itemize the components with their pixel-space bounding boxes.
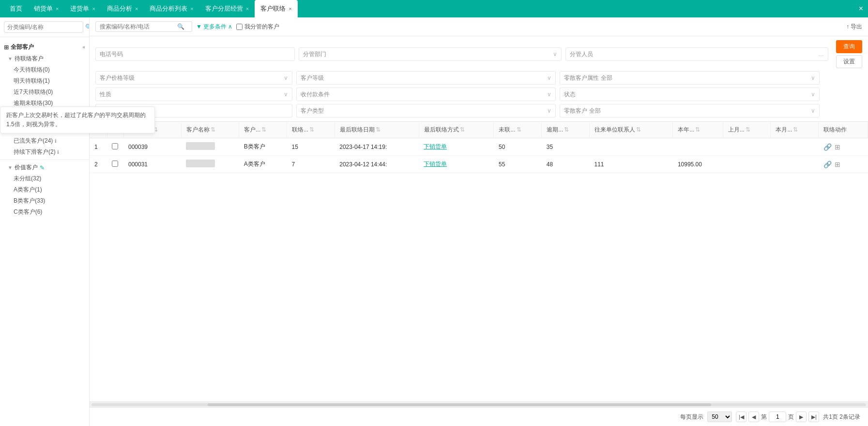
col-type[interactable]: 客户...⇅ [239, 122, 287, 138]
cell-checkbox[interactable] [107, 156, 123, 173]
chevron-down-icon4: ∨ [811, 74, 815, 81]
last-page-btn[interactable]: ▶| [808, 411, 819, 422]
edit-icon[interactable]: ✎ [40, 164, 45, 171]
close-customer-tier-icon[interactable]: × [246, 6, 249, 12]
chevron-down-icon5: ∨ [284, 91, 288, 98]
cell-last-method[interactable]: 下销货单 [419, 138, 494, 156]
my-customer-checkbox[interactable] [236, 24, 243, 30]
close-customer-contact-icon[interactable]: × [289, 6, 291, 12]
prev-page-btn[interactable]: ◀ [748, 411, 759, 422]
search-icon[interactable]: 🔍 [177, 23, 184, 30]
filter-row-1: 电话号码 分管部门 ∨ 分管人员 … 查询 设置 [95, 40, 862, 68]
collapse-icon[interactable]: « [82, 44, 85, 50]
sidebar-all-customers[interactable]: ⊞ 全部客户 « [0, 41, 89, 53]
filter-customer-type[interactable]: 客户类型 ∨ [296, 104, 556, 118]
settings-button[interactable]: 设置 [836, 55, 862, 68]
nav-product-analysis[interactable]: 商品分析 × [101, 0, 144, 17]
sidebar-search-icon[interactable]: 🔍 [85, 24, 90, 30]
action-link-icon[interactable]: 🔗 [823, 161, 832, 168]
query-button[interactable]: 查询 [836, 40, 862, 53]
sidebar-divider2 [0, 160, 89, 160]
nav-product-analysis-list[interactable]: 商品分析列表 × [144, 0, 199, 17]
first-page-btn[interactable]: |◀ [736, 411, 746, 422]
sort-contact-icon: ⇅ [309, 126, 314, 133]
tooltip: 距客户上次交易时长，超过了此客户的平均交易周期的1.5倍，则视为异常。 [0, 106, 155, 133]
filter-nature[interactable]: 性质 ∨ [95, 88, 292, 101]
filter-customer-level[interactable]: 客户等级 ∨ [296, 71, 556, 85]
next-page-btn[interactable]: ▶ [796, 411, 807, 422]
sidebar-item-today[interactable]: 今天待联络(0) [0, 64, 89, 75]
close-all-tabs-icon[interactable]: × [859, 4, 863, 13]
sidebar-value-customers[interactable]: ▼ 价值客户 ✎ [0, 162, 89, 173]
cell-index: 1 [90, 138, 107, 156]
horizontal-scrollbar[interactable] [90, 401, 868, 407]
sidebar-search-input[interactable] [4, 21, 83, 33]
col-last-month[interactable]: 上月...⇅ [723, 122, 771, 138]
filter-scattered-attr[interactable]: 零散客户属性 全部 ∨ [560, 71, 820, 85]
filter-phone[interactable]: 电话号码 [95, 47, 295, 61]
export-btn[interactable]: ↑ 导出 [846, 23, 862, 31]
action-grid-icon[interactable]: ⊞ [835, 161, 840, 168]
per-page-label: 每页显示 [680, 413, 703, 421]
col-this-year[interactable]: 本年...⇅ [673, 122, 723, 138]
nav-customer-contact[interactable]: 客户联络 × [255, 0, 297, 17]
row-checkbox[interactable] [112, 143, 118, 149]
filter-payment-terms[interactable]: 收付款条件 ∨ [296, 88, 556, 101]
filter-price-level[interactable]: 客户价格等级 ∨ [95, 71, 292, 85]
sidebar-item-b-class[interactable]: B类客户(33) [0, 195, 89, 206]
close-purchase-order-icon[interactable]: × [92, 6, 95, 12]
cell-last-month [723, 138, 771, 156]
filter-status[interactable]: 状态 ∨ [560, 88, 820, 101]
sidebar-item-churned[interactable]: 已流失客户(24) ℹ [0, 135, 89, 147]
cell-last-method[interactable]: 下销货单 [419, 156, 494, 173]
row-checkbox[interactable] [112, 161, 118, 167]
more-icon[interactable]: … [818, 51, 824, 58]
nav-customer-tier[interactable]: 客户分层经营 × [199, 0, 255, 17]
cell-contact-person [589, 138, 672, 156]
close-product-analysis-list-icon[interactable]: × [190, 6, 193, 12]
col-name[interactable]: 客户名称⇅ [181, 122, 239, 138]
filter-person[interactable]: 分管人员 … [565, 47, 828, 61]
action-link-icon[interactable]: 🔗 [823, 143, 832, 151]
cell-type: B类客户 [239, 138, 287, 156]
cell-this-month [771, 138, 819, 156]
more-filters-btn[interactable]: ▼ 更多条件 ∧ [196, 23, 232, 31]
col-last-method[interactable]: 最后联络方式⇅ [419, 122, 494, 138]
col-contact-count[interactable]: 联络...⇅ [287, 122, 335, 138]
sidebar-item-tomorrow[interactable]: 明天待联络(1) [0, 75, 89, 87]
sidebar-item-declining[interactable]: 持续下滑客户(2) ℹ [0, 147, 89, 158]
sidebar-item-7days[interactable]: 近7天待联络(0) [0, 87, 89, 98]
cell-this-month [771, 156, 819, 173]
sort-overdue-icon: ⇅ [564, 126, 569, 133]
per-page-select[interactable]: 20 50 100 [707, 411, 732, 422]
nav-sales-order[interactable]: 销货单 × [28, 0, 64, 17]
col-this-month[interactable]: 本月...⇅ [771, 122, 819, 138]
scroll-thumb[interactable] [208, 403, 711, 406]
sidebar-group-waiting[interactable]: ▼ 待联络客户 [0, 53, 89, 64]
nav-home[interactable]: 首页 [4, 0, 28, 17]
cell-checkbox[interactable] [107, 138, 123, 156]
sidebar-item-ungrouped[interactable]: 未分组(32) [0, 173, 89, 184]
close-sales-order-icon[interactable]: × [56, 6, 59, 12]
sidebar-item-a-class[interactable]: A类客户(1) [0, 184, 89, 195]
filter-scattered-customer[interactable]: 零散客户 全部 ∨ [560, 104, 820, 118]
col-last-date[interactable]: 最后联络日期⇅ [335, 122, 419, 138]
cell-last-date: 2023-04-12 14:44: [335, 156, 419, 173]
page-navigation: |◀ ◀ 第 页 ▶ ▶| [736, 411, 819, 422]
arrow-down-icon: ▼ [8, 56, 13, 61]
table-row: 2 000031 A类客户 7 2023-04-12 14:44: 下销货单 5… [90, 156, 868, 173]
close-product-analysis-icon[interactable]: × [135, 6, 138, 12]
table-header-row: ⚙ 客户编码⇅ 客户名称⇅ 客户...⇅ [90, 122, 868, 138]
filter-dept[interactable]: 分管部门 ∨ [299, 47, 562, 61]
col-no-contact[interactable]: 未联...⇅ [494, 122, 542, 138]
grid-icon: ⊞ [4, 44, 9, 51]
col-contact-person[interactable]: 往来单位联系人⇅ [589, 122, 672, 138]
action-grid-icon[interactable]: ⊞ [835, 143, 840, 151]
page-input[interactable] [769, 411, 786, 422]
nav-purchase-order[interactable]: 进货单 × [64, 0, 101, 17]
col-overdue[interactable]: 逾期...⇅ [542, 122, 590, 138]
col-actions: 联络动作 [819, 122, 868, 138]
content-area: 🔍 ▼ 更多条件 ∧ 我分管的客户 ↑ 导出 电话号码 [90, 17, 868, 426]
search-input[interactable] [100, 23, 177, 30]
sidebar-item-c-class[interactable]: C类客户(6) [0, 206, 89, 218]
